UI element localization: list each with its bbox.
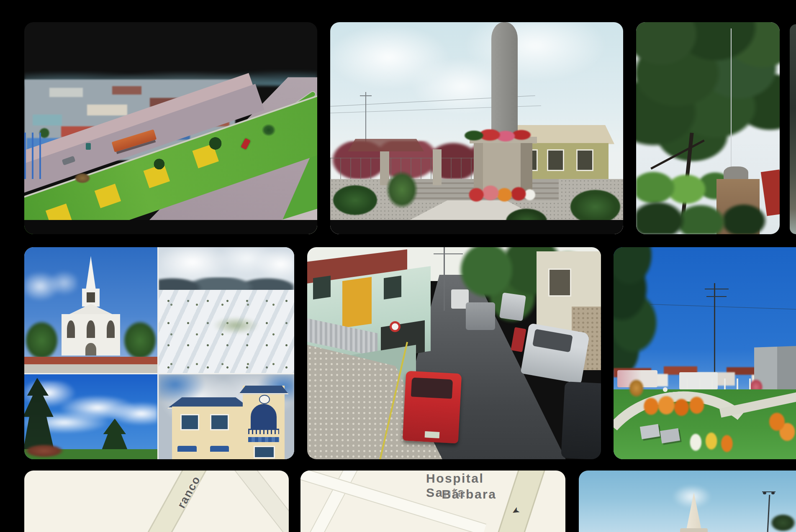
license-plate [424, 431, 439, 438]
church-door [85, 343, 96, 356]
clouds [330, 22, 623, 139]
red-ground-strip [24, 357, 157, 364]
spire-base [680, 528, 708, 532]
arched-window [107, 320, 115, 338]
arched-window [67, 320, 75, 338]
yellow-doorway [342, 277, 372, 327]
blue-awning [210, 446, 229, 452]
collage-snow-photo [159, 247, 294, 373]
clouds [24, 270, 77, 302]
window [210, 414, 229, 430]
photo-card-plaza-flowers[interactable] [614, 247, 796, 459]
white-yellow-flowers [686, 430, 748, 455]
gray-suv [466, 302, 495, 330]
bush [570, 190, 620, 224]
tree [24, 320, 59, 361]
orange-flower-bed [643, 396, 712, 417]
pine-tree [614, 247, 675, 370]
blue-awning [177, 446, 196, 452]
photo-card-church-spire-sky[interactable] [579, 471, 796, 532]
street-lamp-heads [762, 491, 775, 495]
flagpole [731, 28, 732, 173]
photo-card-street-red-car[interactable] [307, 247, 601, 459]
silver-sedan [521, 323, 590, 384]
flower-wreath [462, 129, 541, 142]
map-card-hospital[interactable]: ➤ Hospital Santa Bárbara [300, 471, 565, 532]
balcony-arch [251, 404, 277, 430]
belfry-window [87, 292, 95, 302]
house-window [547, 149, 564, 171]
house-roof-left [348, 139, 424, 151]
image-results-grid: ranco ➤ Hospital Santa Bárbara [0, 0, 796, 532]
photo-card-aerial-town[interactable] [24, 22, 317, 234]
bush [333, 185, 377, 215]
window [548, 269, 571, 297]
orange-flower-bed [767, 408, 796, 442]
tree [123, 320, 157, 361]
no-parking-sign [390, 321, 401, 332]
saint-statue [491, 22, 518, 141]
windshield [411, 378, 453, 399]
collage-sky-trees-photo [24, 374, 157, 459]
animal-statue [628, 379, 645, 398]
utility-pole-crossarm [360, 95, 372, 96]
photo-card-town-collage[interactable] [24, 247, 294, 459]
brown-shrub [74, 173, 91, 184]
striped-awning [248, 437, 280, 442]
photo-card-clipped[interactable] [790, 24, 796, 234]
photo-letterbox-bar [330, 220, 623, 234]
utility-pole [444, 247, 445, 311]
parked-car [499, 292, 526, 321]
utility-pole-crossarm [706, 296, 727, 297]
red-shrub [24, 444, 64, 458]
church-spire [79, 256, 103, 291]
palm-tree [262, 124, 276, 136]
tower-roof [239, 386, 289, 394]
window [254, 446, 275, 458]
foreground-foliage [636, 200, 780, 234]
window [384, 276, 401, 299]
house-window [576, 149, 593, 171]
utility-pole-crossarm [705, 289, 729, 289]
red-motorcycle [511, 327, 526, 352]
collage-blue-house-photo [159, 374, 294, 459]
grass-patch [213, 317, 259, 334]
trash-bin [86, 143, 91, 150]
pine-canopy [636, 22, 780, 183]
photo-letterbox-bar [24, 220, 317, 234]
flower-bed [468, 184, 538, 204]
globe-lamp [663, 387, 668, 392]
concrete-post [433, 149, 442, 185]
photo-card-saint-statue[interactable] [330, 22, 623, 234]
tree-foliage [770, 514, 796, 532]
photo-card-pine-monument[interactable] [636, 22, 780, 234]
tall-grass [386, 171, 418, 209]
map-road [228, 471, 289, 532]
window [313, 276, 331, 299]
cloud [666, 483, 731, 514]
blue-bus-stop [24, 133, 45, 179]
balcony-railing [248, 429, 280, 434]
hospital-label-line2: Bárbara [442, 487, 497, 501]
pavement [24, 364, 157, 373]
dark-car [561, 381, 601, 459]
collage-church-photo [24, 247, 157, 373]
window [180, 414, 199, 430]
arched-window [87, 320, 95, 338]
map-card-branco[interactable]: ranco [24, 471, 289, 532]
